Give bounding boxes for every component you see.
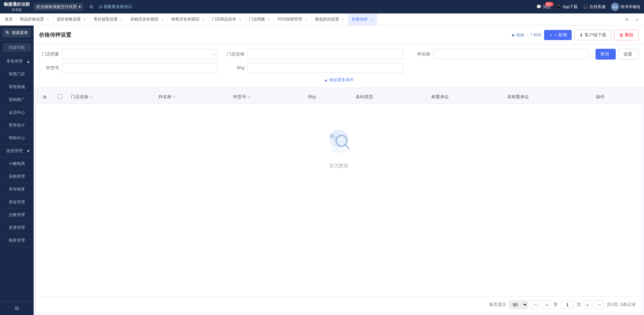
scale-name-input[interactable] [433,49,589,59]
tab-close-btn[interactable]: × [370,17,373,22]
tab-采购历史价跟踪[interactable]: 采购历史价跟踪× [127,14,168,25]
sidebar-item-retail-mall[interactable]: 零售商城 [0,81,34,94]
tab-进价策略设置[interactable]: 进价策略设置× [53,14,90,25]
tab-close-btn[interactable]: × [120,17,123,22]
user-initials: Ea [613,5,617,9]
sidebar-item-wholesale-mgmt[interactable]: 批发管理▼ [0,145,34,158]
page-first-btn[interactable]: ⏮ [531,300,539,309]
sidebar-item-label: 会员中心 [9,110,25,115]
tab-close-btn[interactable]: × [267,17,271,22]
store-name-input[interactable] [247,49,403,59]
sidebar-item-fund-mgmt[interactable]: 资金管理 [0,196,34,209]
video-link[interactable]: ▶ 视频 [512,32,524,38]
download-btn[interactable]: ⬇ 客户端下载 [574,30,611,40]
page-next-btn[interactable]: ▶ [584,300,593,309]
total-info: 共0页, 0条记录 [607,302,636,308]
pagination: 每页显示 50 10 20 100 ⏮ ◀ 算 页 ▶ ⏭ 共0页, 0条记录 [36,296,641,312]
tab-label: 进价策略设置 [57,16,81,22]
store-archive-input[interactable] [62,49,218,59]
version-selector[interactable]: 好业财标准版交付试用 ▾ [34,3,83,11]
sidebar-item-tax-mgmt[interactable]: 税务管理 [0,234,34,247]
tab-close-btn[interactable]: × [46,17,49,22]
per-page-select[interactable]: 50 10 20 100 [509,301,528,309]
sidebar-item-label: 批发管理 [3,148,26,154]
tab-门店档案[interactable]: 门店档案× [246,14,274,25]
top-bar: 畅捷通好业财 标准版 好业财标准版交付试用 ▾ ⚙ ◎ 我要看实例演示 💬 消息… [0,0,644,13]
tab-商品价格设置[interactable]: 商品价格设置× [16,14,53,25]
user-name: 徐泽华修改 [620,4,641,10]
per-page-label: 每页显示 [489,302,506,308]
table-area: ⚙ 门店名称⇅ 秤名称⇅ 秤型号⇅ 秤ip 条码类型 称重单位 非称重单位 操作 [36,91,641,312]
page-prev-btn[interactable]: ◀ [542,300,551,309]
chevron-down-icon: ▾ [79,4,81,9]
tab-首页[interactable]: 首页 [1,14,16,25]
tab-close-btn[interactable]: × [238,17,242,22]
th-settings[interactable]: ⚙ [36,91,53,104]
delete-label: 删除 [625,32,634,38]
filter-area: 门店档案 ··· 门店名称 秤名称 查询 设置 [34,45,644,88]
tab-售价提取设置[interactable]: 售价提取设置× [90,14,127,25]
download-icon: 📱 [556,4,561,9]
tab-close-btn[interactable]: × [83,17,86,22]
scale-model-input[interactable] [62,63,218,73]
sidebar-item-invoice-mgmt[interactable]: 发票管理 [0,221,34,234]
sidebar-item-inventory[interactable]: 库存核算 [0,183,34,196]
user-btn[interactable]: Ea 徐泽华修改 [611,3,641,11]
sidebar-item-retail-mgmt[interactable]: 零售管理▲ [0,55,34,68]
add-btn[interactable]: ＋ + 新增 [544,30,572,40]
tab-POS加密管理[interactable]: POS加密管理× [274,14,312,25]
sidebar-item-label: 零售管理 [3,59,26,64]
sidebar-item-help-center[interactable]: 帮助中心 [0,132,34,145]
delete-btn[interactable]: 🗑 删除 [614,30,639,40]
th-checkbox[interactable] [53,91,67,104]
sidebar-item-purchase-mgmt[interactable]: 采购管理 [0,170,34,183]
sidebar-item-general-ledger[interactable]: 总账管理 [0,209,34,221]
empty-text: 暂无数据 [329,163,348,169]
tab-价格传秤[interactable]: 价格传秤× [348,14,377,25]
tab-close-btn[interactable]: × [304,17,308,22]
sidebar-item-xiaochang-ec[interactable]: 小畅电商 [0,158,34,170]
store-archive-input-wrap: ··· [62,49,218,59]
page-input[interactable] [561,301,574,309]
store-archive-btn[interactable]: ··· [212,51,216,57]
select-all-checkbox[interactable] [58,94,62,99]
setup-btn[interactable]: 设置 [618,49,639,60]
search-menu-btn[interactable]: 🔍 搜索菜单 [3,28,31,37]
download-client-icon: ⬇ [579,33,583,38]
help-link[interactable]: ? 帮助 [530,32,541,38]
page-actions: ▶ 视频 ? 帮助 ＋ + 新增 ⬇ 客户端下载 🗑 删 [512,30,639,40]
tab-label: 价格传秤 [352,16,368,22]
tab-close-btn[interactable]: × [160,17,164,22]
sidebar-settings-btn[interactable]: ⚙ [14,305,19,312]
sidebar-item-smart-store[interactable]: 智慧门店 [0,68,34,81]
svg-line-3 [346,145,349,149]
tab-最低折扣设置[interactable]: 最低折扣设置× [312,14,348,25]
tab-门店商品目录[interactable]: 门店商品目录× [209,14,245,25]
tab-close-btn[interactable]: × [202,17,205,22]
collapse-bar: ▲ 收起更多条件 [39,76,639,83]
th-scale-name: 秤名称⇅ [154,91,229,104]
collapse-btn[interactable]: ▲ 收起更多条件 [321,76,356,83]
online-service-label: 在线客服 [589,4,606,10]
page-last-btn[interactable]: ⏭ [595,300,604,309]
demo-link[interactable]: ◎ 我要看实例演示 [99,4,132,10]
add-label: + 新增 [554,32,567,38]
tab-expand-btn[interactable]: ⤢ [633,15,641,24]
online-service-btn[interactable]: 🎧 在线客服 [583,4,606,10]
sidebar-item-retail-stats[interactable]: 零售统计 [0,119,34,132]
tab-bar-actions: ✕ ⤢ [622,15,643,24]
version-settings-icon[interactable]: ⚙ [87,2,96,11]
sidebar-item-marketing[interactable]: 营销推广 [0,94,34,106]
sidebar-item-label: 采购管理 [9,174,25,179]
app-download-btn[interactable]: 📱 App下载 [556,4,578,10]
messages-btn[interactable]: 💬 消息 99+ [536,4,551,10]
scale-ip-input[interactable] [247,63,403,73]
tab-销售历史价跟踪[interactable]: 销售历史价跟踪× [168,14,209,25]
sidebar-item-member-center[interactable]: 会员中心 [0,106,34,119]
th-scale-model: 秤型号⇅ [229,91,304,104]
table-container: ⚙ 门店名称⇅ 秤名称⇅ 秤型号⇅ 秤ip 条码类型 称重单位 非称重单位 操作 [36,91,641,296]
tab-close-btn[interactable]: × [341,17,345,22]
quick-nav-btn[interactable]: 快捷导航 [3,43,31,52]
tab-close-all-btn[interactable]: ✕ [622,15,631,24]
query-btn[interactable]: 查询 [596,49,616,60]
